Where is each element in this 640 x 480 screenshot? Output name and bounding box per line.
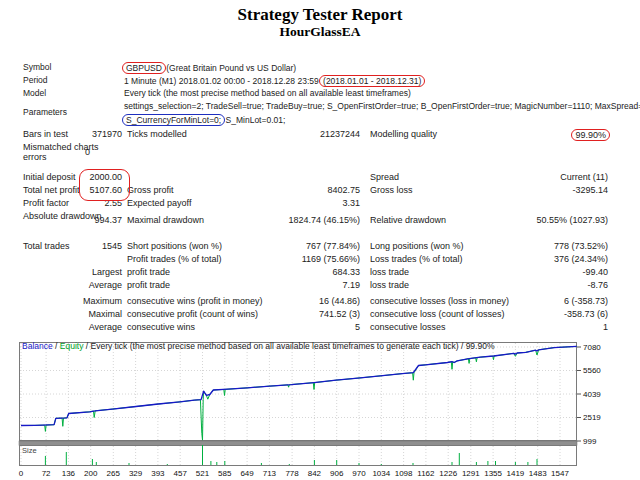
x-axis-label: 1098 (395, 469, 413, 478)
x-axis-label: 72 (42, 469, 51, 478)
x-axis-label: 1291 (462, 469, 480, 478)
info-value-model: Every tick (the most precise method base… (124, 88, 634, 98)
stat-value: 50.55% (1027.93) (440, 215, 608, 225)
stat-value: 2.55 (30, 198, 122, 208)
x-axis-label: 136 (62, 469, 76, 478)
info-value-period: 1 Minute (M1) 2018.01.02 00:00 - 2018.12… (124, 75, 634, 87)
stat-value: Average (30, 280, 122, 290)
y-axis-label: 4039 (583, 390, 601, 399)
stat-value: 376 (24.34%) (440, 254, 608, 264)
stat-value: 1169 (75.66%) (200, 254, 360, 264)
chart-legend-item: Balance (22, 341, 53, 351)
panel-divider (19, 441, 577, 446)
symbol-description: (Great Britain Pound vs US Dollar) (164, 63, 296, 73)
parameters-text-1: settings_selection=2; TradeSell=true; Tr… (124, 101, 634, 111)
stat-value: 1824.74 (46.15%) (200, 215, 360, 225)
size-panel-label: Size (22, 446, 37, 455)
page-title: Strategy Tester Report (0, 5, 640, 25)
stat-value: 6 (-358.73) (440, 296, 608, 306)
annotation-ellipse-symbol: GBPUSD (122, 62, 166, 74)
strategy-tester-report: Strategy Tester Report HourGlassEA Symbo… (0, 0, 640, 480)
stat-value: 1 (440, 322, 608, 332)
x-axis-label: 457 (174, 469, 188, 478)
x-axis-label: 713 (263, 469, 277, 478)
x-axis-label: 649 (240, 469, 254, 478)
chart-svg: 7080556040392519999072136200265329393457… (0, 338, 640, 480)
stat-value: 7.19 (200, 280, 360, 290)
stat-value: -8.76 (440, 280, 608, 290)
stat-value: Maximal (30, 309, 122, 319)
x-axis-label: 1034 (372, 469, 390, 478)
stat-value: 5 (200, 322, 360, 332)
stat-value: -358.73 (6) (440, 309, 608, 319)
x-axis-label: 1162 (417, 469, 435, 478)
y-axis-label: 999 (583, 437, 597, 446)
x-axis-label: 393 (151, 469, 165, 478)
balance-equity-chart: Balance / Equity / Every tick (the most … (0, 338, 640, 480)
x-axis-label: 521 (196, 469, 210, 478)
annotation-ellipse-minlot: S_CurrencyForMinLot=0; (122, 114, 225, 126)
period-text: 1 Minute (M1) 2018.01.02 00:00 - 2018.12… (124, 76, 321, 86)
x-axis-label: 970 (352, 469, 366, 478)
stat-value: 741.52 (3) (200, 309, 360, 319)
chart-legend-item: / Every tick (the most precise method ba… (83, 341, 494, 351)
chart-legend: Balance / Equity / Every tick (the most … (22, 341, 494, 351)
chart-legend-item: / (53, 341, 60, 351)
stat-value: 5107.60 (30, 185, 122, 195)
stat-value: 994.37 (30, 215, 122, 225)
annotation-ellipse-value: 99.90% (571, 129, 610, 141)
stat-value: 371970 (30, 129, 122, 139)
x-axis-label: 1226 (439, 469, 457, 478)
x-axis-label: 585 (218, 469, 232, 478)
stat-value: 684.33 (200, 267, 360, 277)
info-label-model: Model (23, 88, 118, 98)
stat-value: 99.90% (440, 129, 608, 141)
stat-value: Current (11) (440, 172, 608, 182)
x-axis-label: 1483 (529, 469, 547, 478)
info-value-symbol: GBPUSD (Great Britain Pound vs US Dollar… (124, 62, 634, 74)
stat-value: 16 (44.86) (200, 296, 360, 306)
x-axis-label: 200 (84, 469, 98, 478)
chart-legend-item: Equity (60, 341, 84, 351)
page-subtitle: HourGlassEA (0, 24, 640, 40)
y-axis-label: 5560 (583, 366, 601, 375)
x-axis-label: 1355 (484, 469, 502, 478)
annotation-ellipse-period: (2018.01.01 - 2018.12.31) (319, 75, 425, 87)
equity-line (21, 346, 577, 440)
x-axis-label: 778 (285, 469, 299, 478)
y-axis-label: 2519 (583, 413, 601, 422)
stat-value: Average (30, 322, 122, 332)
stat-value: 0 (30, 147, 90, 157)
x-axis-label: 1419 (507, 469, 525, 478)
stat-value: 8402.75 (200, 185, 360, 195)
x-axis-label: 265 (107, 469, 121, 478)
x-axis-label: 0 (19, 469, 24, 478)
y-axis-label: 7080 (583, 343, 601, 352)
x-axis-label: 842 (308, 469, 322, 478)
parameters-text-2: S_CurrencyForMinLot=0; S_MinLot=0.01; (124, 114, 634, 126)
stat-value: 778 (73.52%) (440, 241, 608, 251)
stat-value: -99.40 (440, 267, 608, 277)
stat-value: Maximum (30, 296, 122, 306)
stat-value: 767 (77.84%) (200, 241, 360, 251)
stat-value: 21237244 (200, 129, 360, 139)
stat-value: 1545 (30, 241, 122, 251)
x-axis-label: 906 (330, 469, 344, 478)
stat-value: Largest (30, 267, 122, 277)
stat-value: -3295.14 (440, 185, 608, 195)
x-axis-label: 1547 (551, 469, 569, 478)
info-label-symbol: Symbol (23, 62, 118, 72)
stat-value: 2000.00 (30, 172, 122, 182)
info-label-period: Period (23, 75, 118, 85)
stat-value: 3.31 (200, 198, 360, 208)
parameters-text-2-rest: S_MinLot=0.01; (223, 115, 285, 125)
x-axis-label: 329 (129, 469, 143, 478)
info-label-parameters: Parameters (23, 107, 118, 117)
